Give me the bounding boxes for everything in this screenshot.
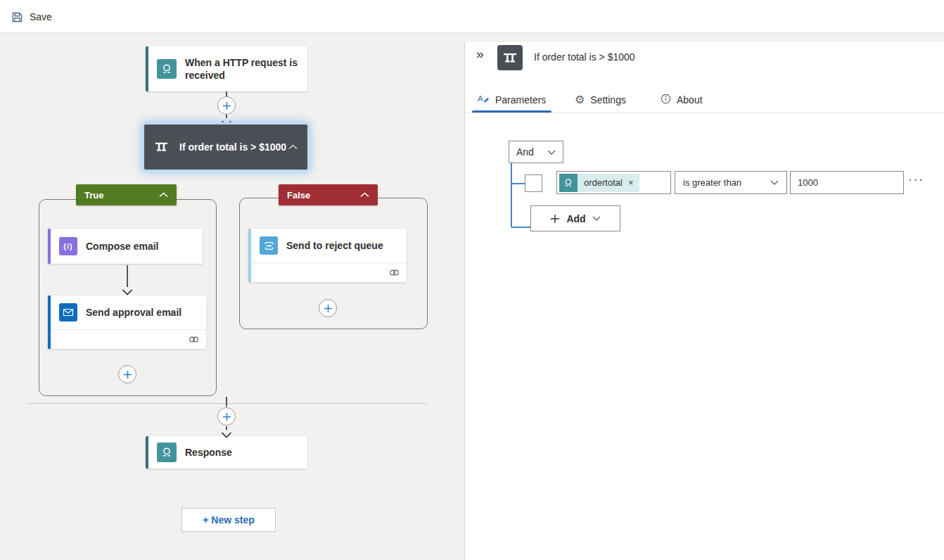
operator-dropdown[interactable]: is greater than [675, 171, 787, 194]
send-approval-email-title: Send approval email [86, 306, 181, 319]
compose-email-title: Compose email [86, 240, 158, 253]
group-operator-dropdown[interactable]: And [509, 141, 563, 163]
send-to-reject-queue-title: Send to reject queue [286, 239, 383, 252]
chevron-down-icon [547, 150, 556, 155]
tab-settings[interactable]: ⚙ Settings [575, 90, 626, 110]
add-action-true-button[interactable] [118, 365, 136, 383]
connection-icon [189, 333, 199, 346]
condition-card[interactable]: If order total is > $1000 [143, 124, 308, 170]
add-label: Add [566, 213, 585, 224]
row-select-checkbox[interactable] [525, 174, 542, 192]
http-response-icon [157, 443, 177, 462]
false-branch-header[interactable]: False [279, 184, 378, 205]
connector-line [226, 91, 227, 96]
chevron-down-icon [592, 216, 601, 221]
save-icon [11, 11, 23, 23]
outlook-approval-icon [59, 303, 77, 322]
add-action-false-button[interactable] [319, 299, 337, 317]
command-bar: Save [0, 0, 944, 33]
condition-icon [151, 137, 171, 157]
condition-icon [497, 45, 523, 70]
row-more-button[interactable]: ··· [908, 173, 924, 187]
chevron-down-icon [770, 180, 779, 185]
flow-designer: Save When a HTTP request is received [0, 0, 944, 560]
branch-merge-line [28, 403, 426, 404]
svg-text:A: A [478, 94, 483, 103]
condition-title: If order total is > $1000 [179, 141, 288, 153]
condition-tree-line [511, 163, 512, 227]
insert-step-button[interactable] [217, 407, 236, 426]
value-input[interactable] [790, 171, 904, 194]
trigger-card[interactable]: When a HTTP request is received [146, 46, 307, 91]
group-operator-value: And [516, 146, 534, 158]
http-request-icon [559, 174, 578, 192]
true-label: True [84, 190, 103, 201]
arrow-down-icon [221, 428, 232, 441]
panel-title: If order total is > $1000 [534, 51, 635, 63]
false-label: False [287, 190, 310, 201]
connection-icon [389, 267, 400, 279]
operand-field[interactable]: ordertotal × [556, 171, 671, 194]
double-chevron-right-icon: » [476, 46, 483, 61]
compose-icon: (/) [59, 237, 77, 255]
dynamic-content-token[interactable]: ordertotal × [559, 174, 639, 192]
new-step-label: + New step [203, 514, 255, 526]
queue-icon [260, 236, 278, 255]
tab-about[interactable]: About [661, 90, 703, 110]
tabs-divider [465, 113, 944, 113]
save-label: Save [30, 11, 52, 23]
true-branch-header[interactable]: True [76, 184, 177, 205]
condition-tree-line [511, 183, 525, 184]
send-to-reject-queue-card[interactable]: Send to reject queue [248, 229, 407, 282]
plus-icon [550, 214, 560, 224]
tab-settings-label: Settings [590, 94, 626, 106]
insert-step-button[interactable] [217, 96, 236, 115]
tab-parameters-label: Parameters [495, 94, 546, 106]
new-step-button[interactable]: + New step [181, 508, 276, 532]
collapse-branch-chevron-icon[interactable] [159, 192, 168, 198]
collapse-panel-button[interactable]: » [476, 46, 483, 62]
trigger-title: When a HTTP request is received [185, 56, 305, 82]
remove-token-icon[interactable]: × [625, 177, 639, 188]
tab-about-label: About [677, 94, 703, 106]
info-icon [661, 94, 671, 106]
gear-icon: ⚙ [575, 94, 585, 106]
collapse-branch-chevron-icon[interactable] [360, 192, 369, 198]
details-panel: » If order total is > $1000 A Parameters [464, 42, 944, 560]
connector-line [226, 397, 227, 407]
condition-tree-line [511, 227, 530, 228]
save-button[interactable]: Save [11, 8, 52, 26]
add-condition-button[interactable]: Add [530, 205, 620, 231]
operator-value: is greater than [683, 177, 741, 188]
http-request-icon [157, 59, 177, 79]
compose-email-card[interactable]: (/) Compose email [48, 229, 203, 264]
connector-line [127, 265, 128, 287]
response-title: Response [185, 446, 232, 459]
send-approval-email-card[interactable]: Send approval email [48, 295, 206, 349]
tab-parameters[interactable]: A Parameters [478, 90, 546, 110]
parameters-icon: A [478, 94, 490, 106]
collapse-card-chevron-icon[interactable] [288, 144, 298, 150]
token-label: ordertotal [584, 177, 623, 188]
